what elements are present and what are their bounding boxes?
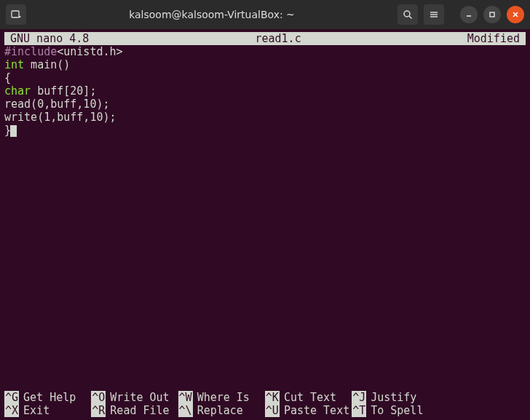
code-type: int: [4, 58, 24, 71]
titlebar: kalsoom@kalsoom-VirtualBox: ~: [0, 0, 530, 29]
code-text: read(0,buff,10);: [4, 98, 110, 111]
code-text: buff[20];: [31, 84, 96, 98]
nano-app-name: GNU nano 4.8: [4, 32, 89, 45]
editor-content[interactable]: #include<unistd.h> int main() { char buf…: [4, 45, 526, 391]
new-tab-button[interactable]: [6, 4, 26, 25]
hamburger-menu-button[interactable]: [424, 4, 444, 25]
close-button[interactable]: [507, 6, 524, 23]
shortcut-to-spell[interactable]: ^TTo Spell: [352, 404, 438, 417]
code-directive: #include: [4, 45, 57, 58]
code-text: <unistd.h>: [57, 45, 122, 58]
shortcut-justify[interactable]: ^JJustify: [352, 391, 438, 404]
maximize-button[interactable]: [483, 6, 501, 23]
terminal-area[interactable]: GNU nano 4.8 read1.c Modified #include<u…: [0, 29, 530, 420]
new-tab-icon: [10, 9, 22, 20]
window-title: kalsoom@kalsoom-VirtualBox: ~: [26, 9, 398, 20]
shortcut-row: ^XExit ^RRead File ^\Replace ^UPaste Tex…: [4, 404, 526, 417]
shortcut-write-out[interactable]: ^OWrite Out: [91, 391, 178, 404]
shortcut-cut-text[interactable]: ^KCut Text: [265, 391, 352, 404]
svg-point-3: [404, 11, 410, 17]
search-button[interactable]: [398, 4, 418, 25]
minimize-button[interactable]: [460, 6, 478, 23]
code-text: write(1,buff,10);: [4, 111, 116, 124]
svg-line-4: [409, 16, 412, 19]
nano-status: Modified: [467, 32, 526, 45]
nano-filename: read1.c: [89, 32, 467, 45]
svg-rect-9: [490, 12, 494, 17]
svg-rect-0: [12, 11, 19, 17]
shortcut-paste-text[interactable]: ^UPaste Text: [265, 404, 352, 417]
shortcut-replace[interactable]: ^\Replace: [178, 404, 265, 417]
search-icon: [402, 9, 414, 20]
shortcut-read-file[interactable]: ^RRead File: [91, 404, 178, 417]
code-text: main(): [24, 58, 70, 71]
shortcut-get-help[interactable]: ^GGet Help: [4, 391, 91, 404]
minimize-icon: [465, 11, 472, 18]
code-text: {: [4, 71, 11, 84]
shortcut-exit[interactable]: ^XExit: [4, 404, 91, 417]
code-type: char: [4, 84, 31, 98]
nano-header: GNU nano 4.8 read1.c Modified: [4, 32, 526, 45]
terminal-window: kalsoom@kalsoom-VirtualBox: ~: [0, 0, 530, 420]
shortcut-row: ^GGet Help ^OWrite Out ^WWhere Is ^KCut …: [4, 391, 526, 404]
shortcut-where-is[interactable]: ^WWhere Is: [178, 391, 265, 404]
nano-shortcuts: ^GGet Help ^OWrite Out ^WWhere Is ^KCut …: [4, 391, 526, 419]
close-icon: [512, 11, 519, 18]
maximize-icon: [489, 11, 496, 18]
cursor: [10, 125, 17, 137]
menu-icon: [428, 9, 440, 20]
